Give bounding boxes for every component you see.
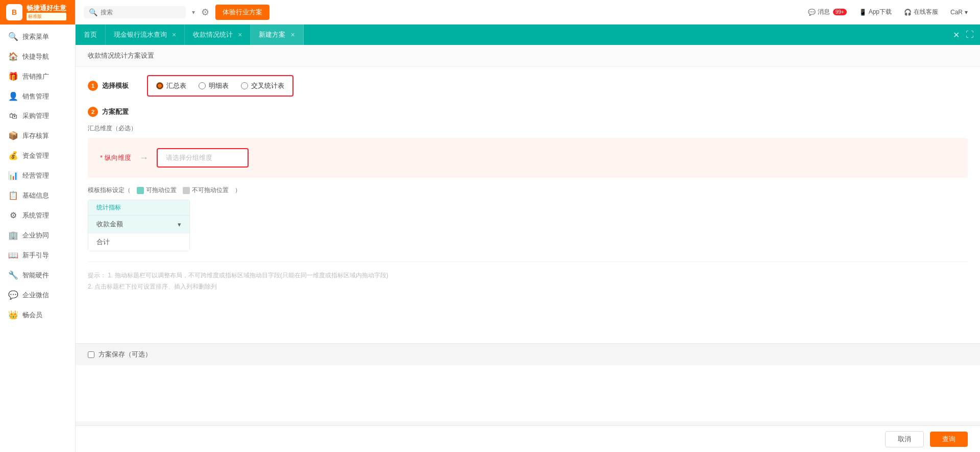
tab-collection-stats-close-icon[interactable]: × <box>238 31 242 39</box>
settings-icon[interactable]: ⚙ <box>201 7 209 18</box>
search-chevron-icon: ▾ <box>192 9 195 16</box>
download-icon: 📱 <box>859 9 867 16</box>
dimension-row: * 纵向维度 → 请选择分组维度 <box>100 148 955 168</box>
metrics-column-chevron-icon: ▾ <box>178 221 181 228</box>
sidebar-item-quick-nav[interactable]: 🏠 快捷导航 <box>0 46 75 66</box>
metrics-section: 模板指标设定（ 可拖动位置 不可拖动位置 ） <box>88 186 968 251</box>
user-name: CaR <box>950 9 963 16</box>
sidebar-item-hardware[interactable]: 🔧 智能硬件 <box>0 265 75 285</box>
sidebar-item-enterprise[interactable]: 🏢 企业协同 <box>0 225 75 245</box>
sidebar-item-label: 营销推广 <box>22 72 49 81</box>
metrics-header-label: 统计指标 <box>96 203 121 212</box>
member-icon: 👑 <box>8 310 18 320</box>
movable-label: 可拖动位置 <box>146 186 177 195</box>
metrics-column-cell[interactable]: 收款金额 ▾ <box>88 216 189 233</box>
search-box[interactable]: 🔍 <box>84 6 186 18</box>
tab-home-label: 首页 <box>84 30 97 39</box>
breadcrumb: 收款情况统计方案设置 <box>88 52 154 59</box>
dimension-arrow-icon: → <box>139 153 149 163</box>
movable-indicator <box>137 187 144 194</box>
dimension-selector[interactable]: 请选择分组维度 <box>157 148 249 168</box>
sidebar-item-marketing[interactable]: 🎁 营销推广 <box>0 66 75 86</box>
operation-icon: 📊 <box>8 171 18 180</box>
sidebar-item-purchase[interactable]: 🛍 采购管理 <box>0 106 75 126</box>
dimension-section-label: 汇总维度（必选） <box>88 124 968 133</box>
sidebar-item-finance[interactable]: 💰 资金管理 <box>0 146 75 165</box>
sidebar-item-wechat[interactable]: 💬 企业微信 <box>0 285 75 305</box>
search-menu-icon: 🔍 <box>8 32 18 41</box>
vertical-dimension-label: * 纵向维度 <box>100 153 131 162</box>
radio-summary-label: 汇总表 <box>166 81 186 90</box>
download-btn[interactable]: 📱 App下载 <box>855 6 896 18</box>
sidebar-item-inventory[interactable]: 📦 库存核算 <box>0 126 75 146</box>
footer-bar: 取消 查询 <box>76 425 980 452</box>
tab-new-plan-close-icon[interactable]: × <box>290 31 295 39</box>
tab-collection-stats[interactable]: 收款情况统计 × <box>185 25 251 45</box>
sidebar-item-basic-info[interactable]: 📋 基础信息 <box>0 185 75 205</box>
service-icon: 🎧 <box>904 9 912 16</box>
radio-detail[interactable]: 明细表 <box>199 81 229 90</box>
tab-bank-flow-close-icon[interactable]: × <box>172 31 176 39</box>
metrics-column-label: 收款金额 <box>96 220 123 229</box>
message-badge: 99+ <box>833 9 847 15</box>
radio-detail-input[interactable] <box>199 82 206 89</box>
sidebar-item-search-menu[interactable]: 🔍 搜索菜单 <box>0 27 75 46</box>
sidebar-item-sales[interactable]: 👤 销售管理 <box>0 86 75 106</box>
home-icon: 🏠 <box>8 52 18 61</box>
search-input[interactable] <box>101 9 177 16</box>
cancel-button[interactable]: 取消 <box>885 431 924 447</box>
sidebar-item-label: 企业协同 <box>22 231 49 240</box>
sidebar-item-system[interactable]: ⚙ 系统管理 <box>0 205 75 225</box>
tab-home[interactable]: 首页 <box>76 25 106 45</box>
radio-crosstab[interactable]: 交叉统计表 <box>241 81 284 90</box>
inventory-icon: 📦 <box>8 131 18 140</box>
sidebar-logo: B 畅捷通好生意 标准版 <box>0 0 75 25</box>
tab-new-plan[interactable]: 新建方案 × <box>251 25 303 45</box>
sidebar-item-label: 新手引导 <box>22 251 49 260</box>
system-icon: ⚙ <box>8 210 18 220</box>
tab-collection-stats-label: 收款情况统计 <box>193 30 233 39</box>
metrics-table-header: 统计指标 <box>88 200 189 216</box>
sidebar-item-label: 系统管理 <box>22 211 49 220</box>
maximize-window-icon[interactable]: ⛶ <box>966 30 974 39</box>
page-body: 1 选择模板 汇总表 明细表 <box>76 67 980 343</box>
page-header: 收款情况统计方案设置 <box>76 45 980 67</box>
metrics-label-row: 模板指标设定（ 可拖动位置 不可拖动位置 ） <box>88 186 968 195</box>
radio-summary-input[interactable] <box>156 82 163 89</box>
user-btn[interactable]: CaR ▾ <box>946 7 972 18</box>
metrics-row-cell: 合计 <box>88 233 189 251</box>
fixed-label: 不可拖动位置 <box>192 186 229 195</box>
logo-icon: B <box>6 4 22 20</box>
sidebar-item-guide[interactable]: 📖 新手引导 <box>0 245 75 265</box>
message-btn[interactable]: 💬 消息 99+ <box>804 6 851 18</box>
radio-crosstab-input[interactable] <box>241 82 248 89</box>
sidebar-item-label: 销售管理 <box>22 92 49 101</box>
guide-icon: 📖 <box>8 250 18 260</box>
query-button[interactable]: 查询 <box>930 432 968 447</box>
sidebar-nav: 🔍 搜索菜单 🏠 快捷导航 🎁 营销推广 👤 销售管理 🛍 采购管理 📦 库存核… <box>0 25 75 452</box>
metrics-label: 模板指标设定（ <box>88 186 131 195</box>
radio-crosstab-label: 交叉统计表 <box>251 81 284 90</box>
tab-bank-flow[interactable]: 现金银行流水查询 × <box>106 25 185 45</box>
tabbar-right: ✕ ⛶ <box>947 25 980 45</box>
hint-text-1: 提示： 1. 拖动标题栏可以调整布局，不可跨维度或指标区域拖动目字段(只能在同一… <box>88 270 968 281</box>
dimension-area: * 纵向维度 → 请选择分组维度 <box>88 138 968 178</box>
sidebar-item-label: 快捷导航 <box>22 52 49 61</box>
metrics-row-label: 合计 <box>96 238 110 246</box>
radio-summary[interactable]: 汇总表 <box>156 81 186 90</box>
hint-text-2: 2. 点击标题栏下拉可设置排序、插入列和删除列 <box>88 281 968 293</box>
sidebar-item-operation[interactable]: 📊 经营管理 <box>0 165 75 185</box>
industry-btn[interactable]: 体验行业方案 <box>215 5 270 20</box>
service-btn[interactable]: 🎧 在线客服 <box>900 6 942 18</box>
save-checkbox[interactable] <box>88 351 94 358</box>
close-window-icon[interactable]: ✕ <box>953 30 960 40</box>
drag-movable-badge: 可拖动位置 <box>137 186 177 195</box>
message-label: 消息 <box>818 8 830 16</box>
metrics-table: 统计指标 收款金额 ▾ 合计 <box>88 200 190 251</box>
user-chevron-icon: ▾ <box>965 9 968 16</box>
service-label: 在线客服 <box>914 8 938 16</box>
step2-section: 2 方案配置 汇总维度（必选） * 纵向维度 → 请选择分组维度 <box>88 107 968 292</box>
sidebar-item-label: 基础信息 <box>22 191 49 200</box>
search-icon: 🔍 <box>89 8 97 16</box>
sidebar-item-member[interactable]: 👑 畅会员 <box>0 305 75 325</box>
